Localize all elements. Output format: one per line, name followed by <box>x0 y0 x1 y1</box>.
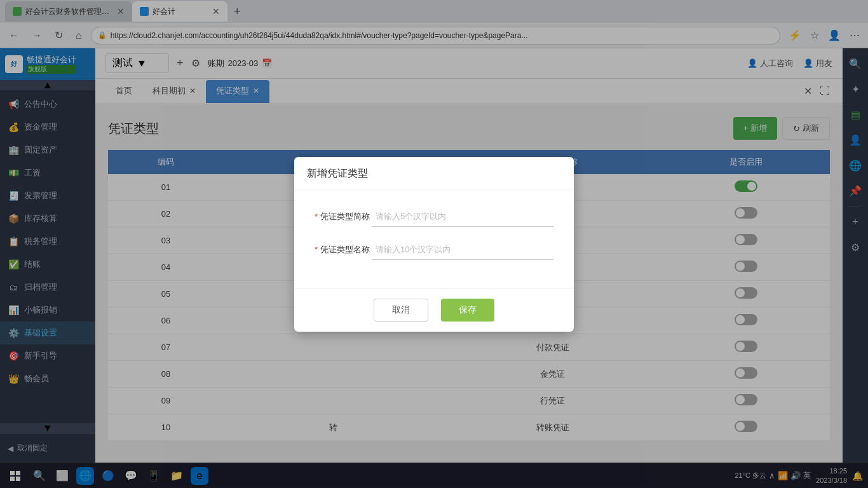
modal-title: 新增凭证类型 <box>307 168 368 179</box>
modal-footer: 取消 保存 <box>294 288 574 332</box>
save-button[interactable]: 保存 <box>441 299 494 322</box>
required-mark-name: * <box>315 245 318 254</box>
form-label-short: *凭证类型简称 <box>315 211 372 222</box>
modal-overlay: 新增凭证类型 *凭证类型简称 *凭证类型名称 取消 保存 <box>0 0 868 488</box>
form-row-name: *凭证类型名称 <box>315 240 553 260</box>
form-label-short-text: 凭证类型简称 <box>320 212 370 221</box>
modal-header: 新增凭证类型 <box>294 157 574 191</box>
voucher-name-input[interactable] <box>372 240 553 260</box>
voucher-short-input[interactable] <box>372 207 553 227</box>
required-mark-short: * <box>315 212 318 221</box>
form-label-name: *凭证类型名称 <box>315 244 372 255</box>
add-voucher-type-modal: 新增凭证类型 *凭证类型简称 *凭证类型名称 取消 保存 <box>294 157 574 332</box>
cancel-button[interactable]: 取消 <box>374 299 428 322</box>
modal-body: *凭证类型简称 *凭证类型名称 <box>294 191 574 288</box>
form-label-name-text: 凭证类型名称 <box>320 245 370 254</box>
form-row-short: *凭证类型简称 <box>315 207 553 227</box>
